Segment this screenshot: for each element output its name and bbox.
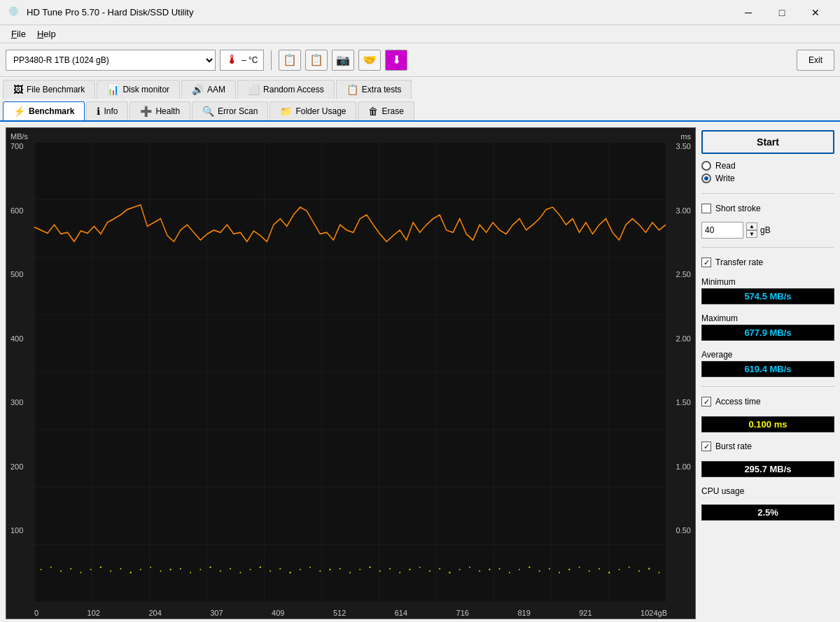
- read-radio[interactable]: [701, 161, 711, 171]
- benchmark-icon: ⚡: [13, 106, 25, 117]
- svg-point-63: [648, 568, 650, 570]
- title-bar: 💿 HD Tune Pro 5.70 - Hard Disk/SSD Utili…: [0, 0, 840, 25]
- tab-error-scan[interactable]: 🔍 Error Scan: [192, 101, 268, 120]
- write-option[interactable]: Write: [701, 174, 834, 183]
- tab-aam[interactable]: 🔊 AAM: [181, 80, 236, 99]
- maximize-button[interactable]: □: [766, 2, 798, 23]
- x-204: 204: [148, 609, 161, 617]
- burst-rate-checkbox[interactable]: [701, 441, 711, 451]
- download-icon-btn[interactable]: ⬇: [385, 50, 407, 71]
- menu-file[interactable]: File: [6, 27, 31, 41]
- divider-2: [701, 247, 834, 248]
- tab-health[interactable]: ➕ Health: [130, 101, 190, 120]
- y-right-0: [676, 591, 691, 599]
- transfer-rate-label: Transfer rate: [715, 257, 763, 267]
- svg-point-11: [130, 572, 132, 574]
- access-time-checkbox[interactable]: [701, 397, 711, 407]
- y-right-250: 2.50: [676, 270, 691, 278]
- short-stroke-checkbox[interactable]: [701, 204, 711, 213]
- minimize-button[interactable]: ─: [732, 2, 764, 23]
- thermometer-icon: 🌡: [226, 52, 239, 67]
- spinbox-down[interactable]: ▼: [746, 230, 757, 238]
- spinbox-up[interactable]: ▲: [746, 222, 757, 230]
- tab-erase[interactable]: 🗑 Erase: [358, 101, 414, 120]
- right-panel: Start Read Write Short stroke ▲ ▼ gB: [701, 127, 834, 619]
- svg-point-34: [359, 569, 360, 570]
- share-icon-btn[interactable]: 🤝: [358, 50, 381, 71]
- svg-point-64: [659, 572, 660, 573]
- svg-point-46: [479, 570, 480, 572]
- menu-bar: File Help: [0, 25, 840, 43]
- svg-point-41: [429, 570, 430, 572]
- minimum-label: Minimum: [701, 277, 834, 287]
- svg-point-44: [459, 569, 461, 570]
- x-0: 0: [34, 609, 38, 617]
- tab-aam-label: AAM: [207, 85, 225, 94]
- average-value: 619.4 MB/s: [701, 361, 834, 377]
- access-time-value-section: 0.100 ms: [701, 416, 834, 434]
- chart-container: MB/s ms 700 600 500 400 300 200 100 3.50…: [6, 127, 696, 619]
- svg-point-2: [41, 569, 42, 570]
- svg-point-33: [349, 572, 351, 573]
- write-radio[interactable]: [701, 174, 711, 183]
- access-time-row: Access time: [701, 397, 834, 407]
- divider-3: [701, 386, 834, 387]
- svg-point-22: [239, 572, 241, 573]
- tab-benchmark[interactable]: ⚡ Benchmark: [3, 101, 85, 120]
- y-right-050: 0.50: [676, 526, 691, 535]
- tab-file-benchmark-label: File Benchmark: [27, 85, 85, 94]
- toolbar: PP3480-R 1TB (1024 gB) 🌡 – °C 📋 📋 📷 🤝 ⬇ …: [0, 43, 840, 77]
- transfer-rate-checkbox[interactable]: [701, 257, 711, 267]
- tab-file-benchmark[interactable]: 🖼 File Benchmark: [3, 80, 95, 99]
- copy2-icon-btn[interactable]: 📋: [305, 50, 328, 71]
- main-content: MB/s ms 700 600 500 400 300 200 100 3.50…: [0, 122, 840, 622]
- svg-point-24: [260, 566, 261, 568]
- tab-random-access[interactable]: ⬜ Random Access: [237, 80, 335, 99]
- svg-point-25: [270, 570, 271, 572]
- read-label: Read: [715, 161, 736, 171]
- close-button[interactable]: ✕: [799, 2, 832, 23]
- svg-point-5: [70, 568, 71, 570]
- aam-icon: 🔊: [192, 84, 204, 95]
- tab-disk-monitor[interactable]: 📊 Disk monitor: [97, 80, 180, 99]
- y-left-100: 100: [10, 526, 23, 535]
- spinbox-input[interactable]: [701, 222, 743, 239]
- svg-point-8: [100, 566, 102, 568]
- svg-point-53: [549, 568, 550, 570]
- svg-point-55: [568, 569, 570, 571]
- svg-point-26: [279, 568, 281, 570]
- read-option[interactable]: Read: [701, 161, 834, 171]
- svg-point-40: [419, 567, 421, 568]
- average-section: Average 619.4 MB/s: [701, 350, 834, 379]
- maximum-value: 677.9 MB/s: [701, 325, 834, 341]
- start-button[interactable]: Start: [701, 130, 834, 154]
- svg-point-36: [379, 570, 381, 572]
- x-614: 614: [395, 609, 407, 617]
- exit-button[interactable]: Exit: [797, 50, 834, 71]
- svg-point-30: [319, 570, 321, 572]
- svg-point-17: [190, 572, 191, 573]
- menu-help[interactable]: Help: [31, 27, 62, 41]
- app-icon: 💿: [8, 6, 21, 19]
- screenshot-icon-btn[interactable]: 📷: [332, 50, 354, 71]
- tab-disk-monitor-label: Disk monitor: [122, 85, 169, 94]
- drive-selector[interactable]: PP3480-R 1TB (1024 gB): [6, 50, 216, 71]
- spinbox-unit: gB: [760, 225, 771, 235]
- tab-erase-label: Erase: [382, 106, 403, 116]
- minimum-value: 574.5 MB/s: [701, 288, 834, 304]
- copy-icon-btn[interactable]: 📋: [279, 50, 301, 71]
- x-512: 512: [333, 609, 346, 617]
- tab-info[interactable]: ℹ Info: [86, 101, 128, 120]
- burst-rate-row: Burst rate: [701, 441, 834, 451]
- svg-point-56: [579, 567, 580, 568]
- svg-point-13: [150, 567, 151, 568]
- tabs-row-1: 🖼 File Benchmark 📊 Disk monitor 🔊 AAM ⬜ …: [0, 77, 840, 99]
- burst-rate-label: Burst rate: [715, 441, 752, 451]
- tab-folder-usage[interactable]: 📁 Folder Usage: [270, 101, 356, 120]
- extra-tests-icon: 📋: [346, 84, 358, 95]
- tab-health-label: Health: [155, 106, 180, 116]
- access-time-value: 0.100 ms: [701, 416, 834, 432]
- y-right-150: 1.50: [676, 398, 691, 407]
- svg-point-10: [120, 568, 121, 570]
- tab-extra-tests[interactable]: 📋 Extra tests: [336, 80, 412, 99]
